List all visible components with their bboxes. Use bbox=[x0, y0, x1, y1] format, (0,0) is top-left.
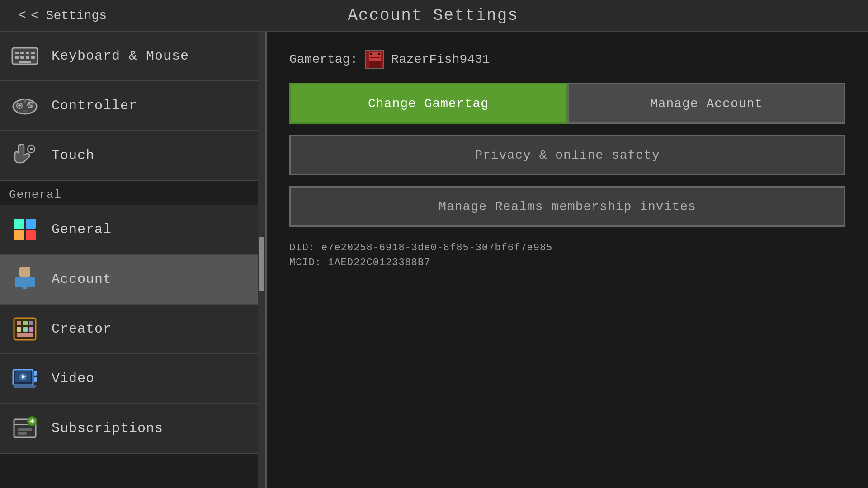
svg-rect-48 bbox=[18, 428, 32, 431]
sidebar-label-creator: Creator bbox=[52, 321, 112, 337]
svg-rect-22 bbox=[26, 219, 36, 229]
svg-rect-28 bbox=[29, 277, 35, 287]
svg-rect-17 bbox=[24, 99, 26, 103]
svg-rect-8 bbox=[31, 56, 35, 59]
touch-icon bbox=[9, 140, 41, 171]
svg-rect-1 bbox=[15, 52, 19, 54]
sidebar-label-general: General bbox=[52, 222, 112, 237]
svg-rect-57 bbox=[370, 57, 380, 58]
svg-rect-2 bbox=[20, 52, 24, 54]
privacy-safety-button[interactable]: Privacy & online safety bbox=[289, 135, 845, 175]
sidebar-label-video: Video bbox=[52, 371, 94, 386]
main-content: Keyboard & Mouse Controller bbox=[0, 32, 868, 488]
svg-rect-35 bbox=[17, 327, 21, 332]
page-title: Account Settings bbox=[107, 6, 760, 25]
svg-rect-25 bbox=[19, 267, 30, 277]
sidebar-scrollbar-thumb[interactable] bbox=[259, 237, 264, 291]
top-bar: < < Settings Account Settings bbox=[0, 0, 868, 32]
svg-rect-32 bbox=[17, 321, 21, 325]
sidebar-item-touch[interactable]: Touch bbox=[0, 131, 265, 181]
creator-icon bbox=[9, 313, 41, 345]
sidebar-label-touch: Touch bbox=[52, 148, 94, 163]
svg-rect-38 bbox=[17, 333, 33, 337]
svg-point-15 bbox=[28, 103, 30, 105]
sidebar-item-creator[interactable]: Creator bbox=[0, 305, 265, 354]
svg-rect-34 bbox=[29, 321, 33, 325]
svg-rect-33 bbox=[23, 321, 28, 325]
general-icon bbox=[9, 214, 41, 245]
svg-rect-24 bbox=[26, 230, 36, 240]
sidebar-label-account: Account bbox=[52, 272, 112, 287]
mcid-label: MCID: 1AED22C0123388B7 bbox=[289, 257, 845, 268]
svg-rect-27 bbox=[15, 277, 20, 287]
svg-rect-9 bbox=[19, 61, 31, 63]
svg-rect-6 bbox=[20, 56, 24, 59]
sidebar-item-account[interactable]: Account bbox=[0, 255, 265, 305]
svg-rect-49 bbox=[18, 432, 27, 435]
controller-icon bbox=[9, 90, 41, 122]
realms-membership-button[interactable]: Manage Realms membership invites bbox=[289, 186, 845, 227]
keyboard-icon bbox=[9, 40, 41, 72]
svg-rect-37 bbox=[29, 327, 33, 332]
svg-rect-45 bbox=[34, 377, 37, 382]
svg-rect-29 bbox=[18, 287, 23, 291]
back-label: < Settings bbox=[31, 9, 107, 23]
sidebar-item-controller[interactable]: Controller bbox=[0, 81, 265, 131]
svg-rect-55 bbox=[370, 53, 372, 55]
subscriptions-icon bbox=[9, 413, 41, 444]
avatar-image bbox=[366, 51, 383, 68]
manage-account-button[interactable]: Manage Account bbox=[567, 83, 845, 124]
svg-rect-5 bbox=[15, 56, 19, 59]
svg-rect-18 bbox=[22, 110, 28, 112]
svg-rect-7 bbox=[26, 56, 29, 59]
sidebar-item-keyboard-mouse[interactable]: Keyboard & Mouse bbox=[0, 32, 265, 81]
back-button[interactable]: < < Settings bbox=[18, 8, 107, 23]
video-icon bbox=[9, 363, 41, 394]
gamertag-name: RazerFish9431 bbox=[391, 52, 490, 66]
back-arrow-icon: < bbox=[18, 8, 26, 23]
sidebar-item-subscriptions[interactable]: Subscriptions bbox=[0, 404, 265, 454]
svg-rect-44 bbox=[34, 371, 37, 376]
svg-rect-36 bbox=[23, 327, 28, 332]
sidebar-label-keyboard-mouse: Keyboard & Mouse bbox=[52, 48, 189, 64]
change-gamertag-button[interactable]: Change Gamertag bbox=[289, 83, 567, 124]
sidebar-item-video[interactable]: Video bbox=[0, 354, 265, 404]
right-panel: Gamertag: RazerFish9431 Chang bbox=[267, 32, 868, 488]
svg-point-20 bbox=[30, 148, 33, 150]
svg-rect-21 bbox=[14, 219, 24, 229]
svg-rect-40 bbox=[14, 385, 36, 388]
account-icon bbox=[9, 263, 41, 295]
button-row: Change Gamertag Manage Account bbox=[289, 83, 845, 124]
sidebar-section-general: General bbox=[0, 181, 265, 205]
svg-rect-56 bbox=[378, 53, 380, 55]
svg-point-16 bbox=[30, 105, 32, 107]
svg-rect-3 bbox=[26, 52, 29, 54]
sidebar-item-general[interactable]: General bbox=[0, 205, 265, 255]
gamertag-row: Gamertag: RazerFish9431 bbox=[289, 50, 845, 69]
sidebar-label-subscriptions: Subscriptions bbox=[52, 421, 163, 436]
svg-rect-23 bbox=[14, 230, 24, 240]
svg-rect-30 bbox=[27, 287, 32, 291]
sidebar: Keyboard & Mouse Controller bbox=[0, 32, 267, 488]
sidebar-scrollbar[interactable] bbox=[258, 32, 265, 488]
account-ids: DID: e7e20258-6918-3de0-8f85-307bf6f7e98… bbox=[289, 242, 845, 268]
svg-rect-4 bbox=[31, 52, 35, 54]
did-label: DID: e7e20258-6918-3de0-8f85-307bf6f7e98… bbox=[289, 242, 845, 253]
svg-point-12 bbox=[28, 102, 33, 108]
sidebar-label-controller: Controller bbox=[52, 98, 137, 113]
svg-rect-58 bbox=[369, 61, 381, 68]
gamertag-label: Gamertag: bbox=[289, 52, 358, 66]
avatar bbox=[365, 50, 384, 69]
